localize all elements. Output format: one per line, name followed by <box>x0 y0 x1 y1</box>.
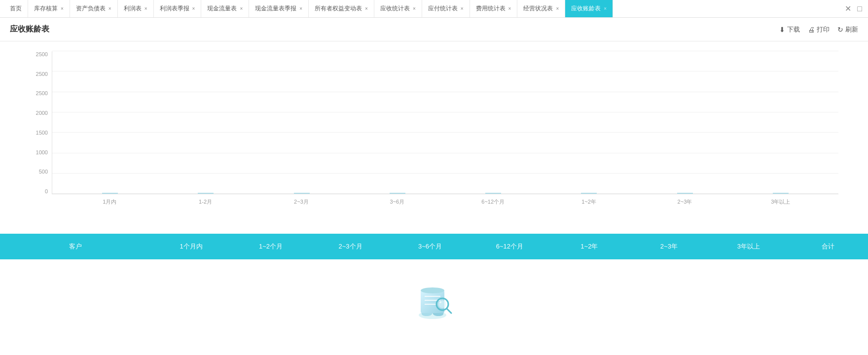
tab-expense-stats[interactable]: 费用统计表 × <box>470 0 518 18</box>
bar-group-6-12month <box>445 193 541 194</box>
tab-equity-change[interactable]: 所有者权益变动表 × <box>309 0 374 18</box>
y-label: 2500 <box>36 90 48 96</box>
bar-group-1-2year <box>541 193 637 194</box>
y-label: 500 <box>39 169 48 175</box>
tab-cashflow-quarterly[interactable]: 现金流量表季报 × <box>249 0 309 18</box>
tab-balance-sheet[interactable]: 资产负债表 × <box>70 0 118 18</box>
tab-receivable-stats[interactable]: 应收统计表 × <box>374 0 422 18</box>
header-actions: ⬇ 下载 🖨 打印 ↻ 刷新 <box>779 25 858 34</box>
th-1-2year: 1~2年 <box>549 242 629 251</box>
th-3plus-year: 3年以上 <box>709 242 788 251</box>
close-icon[interactable]: × <box>365 6 368 11</box>
bar-2-3month <box>294 193 310 194</box>
close-icon[interactable]: × <box>604 6 607 11</box>
x-label-1month: 1月内 <box>62 198 157 206</box>
bar-3-6month <box>390 193 405 194</box>
bar-group-2-3year <box>637 193 733 194</box>
bar-group-1-2month <box>158 193 253 194</box>
y-label: 2500 <box>36 71 48 77</box>
y-label: 1000 <box>36 149 48 155</box>
tab-cashflow[interactable]: 现金流量表 × <box>201 0 249 18</box>
th-1month: 1个月内 <box>151 242 231 251</box>
close-icon[interactable]: × <box>508 6 511 11</box>
y-label: 1500 <box>36 130 48 136</box>
download-button[interactable]: ⬇ 下载 <box>779 25 800 34</box>
y-label: 0 <box>45 188 48 194</box>
maximize-button[interactable]: □ <box>855 2 864 15</box>
page-title: 应收账龄表 <box>10 24 49 35</box>
x-label-3plus-year: 3年以上 <box>733 198 829 206</box>
th-customer: 客户 <box>0 242 151 251</box>
close-icon[interactable]: × <box>413 6 416 11</box>
empty-illustration-icon <box>407 277 461 321</box>
bar-2-3year <box>677 193 693 194</box>
svg-point-3 <box>421 287 444 293</box>
tab-operation[interactable]: 经营状况表 × <box>517 0 565 18</box>
close-icon[interactable]: × <box>461 6 464 11</box>
bar-1month <box>102 193 118 194</box>
close-icon[interactable]: × <box>299 6 302 11</box>
x-label-3-6month: 3~6月 <box>349 198 445 206</box>
x-label-2-3month: 2~3月 <box>253 198 349 206</box>
tab-payable-stats[interactable]: 应付统计表 × <box>422 0 470 18</box>
print-icon: 🖨 <box>808 26 815 34</box>
empty-state <box>407 277 461 321</box>
th-1-2month: 1~2个月 <box>231 242 310 251</box>
y-label: 2500 <box>36 51 48 57</box>
refresh-button[interactable]: ↻ 刷新 <box>837 25 858 34</box>
main-content: 2500 2500 2500 2000 1500 1000 500 0 <box>0 41 868 355</box>
th-2-3year: 2~3年 <box>629 242 709 251</box>
chart-area: 2500 2500 2500 2000 1500 1000 500 0 <box>0 41 868 234</box>
close-icon[interactable]: × <box>240 6 243 11</box>
tab-profit-loss[interactable]: 利润表 × <box>118 0 154 18</box>
tab-bar: 首页 库存核算 × 资产负债表 × 利润表 × 利润表季报 × 现金流量表 × … <box>0 0 868 18</box>
page-header: 应收账龄表 ⬇ 下载 🖨 打印 ↻ 刷新 <box>0 18 868 41</box>
table-header: 客户 1个月内 1~2个月 2~3个月 3~6个月 6~12个月 1~2年 2~… <box>0 234 868 259</box>
tab-bar-actions: ✕ □ <box>843 2 864 15</box>
minimize-button[interactable]: ✕ <box>843 2 853 15</box>
x-label-1-2year: 1~2年 <box>541 198 637 206</box>
bar-group-3plus-year <box>733 193 829 194</box>
close-icon[interactable]: × <box>192 6 195 11</box>
chart-y-axis: 2500 2500 2500 2000 1500 1000 500 0 <box>30 51 52 194</box>
th-3-6month: 3~6个月 <box>390 242 470 251</box>
print-button[interactable]: 🖨 打印 <box>808 25 830 34</box>
close-icon[interactable]: × <box>556 6 559 11</box>
refresh-icon: ↻ <box>837 26 843 34</box>
close-icon[interactable]: × <box>145 6 147 11</box>
th-2-3month: 2~3个月 <box>311 242 390 251</box>
bar-group-1month <box>62 193 158 194</box>
x-label-2-3year: 2~3年 <box>637 198 732 206</box>
tab-home[interactable]: 首页 <box>4 0 28 18</box>
bar-1-2month <box>198 193 214 194</box>
bar-1-2year <box>581 193 597 194</box>
tab-ar-aging[interactable]: 应收账龄表 × <box>565 0 613 18</box>
chart-bars-row <box>52 51 838 194</box>
x-label-6-12month: 6~12个月 <box>445 198 541 206</box>
th-6-12month: 6~12个月 <box>470 242 549 251</box>
close-icon[interactable]: × <box>108 6 111 11</box>
close-icon[interactable]: × <box>61 6 64 11</box>
download-icon: ⬇ <box>779 26 785 34</box>
chart-container: 2500 2500 2500 2000 1500 1000 500 0 <box>30 51 838 209</box>
tab-inventory[interactable]: 库存核算 × <box>28 0 70 18</box>
bar-6-12month <box>485 193 501 194</box>
x-label-1-2month: 1-2月 <box>157 198 253 206</box>
svg-point-8 <box>438 300 446 308</box>
bar-group-2-3month <box>254 193 350 194</box>
svg-point-10 <box>439 301 441 303</box>
table-body <box>0 259 868 338</box>
th-total: 合计 <box>789 242 868 251</box>
svg-line-9 <box>447 309 451 313</box>
chart-x-labels: 1月内 1-2月 2~3月 3~6月 6~12个月 1~2年 2~3年 3年以上 <box>52 194 838 209</box>
bar-3plus-year <box>773 193 789 194</box>
chart-plot <box>52 51 838 194</box>
bar-group-3-6month <box>350 193 445 194</box>
tab-profit-quarterly[interactable]: 利润表季报 × <box>154 0 202 18</box>
y-label: 2000 <box>36 110 48 116</box>
